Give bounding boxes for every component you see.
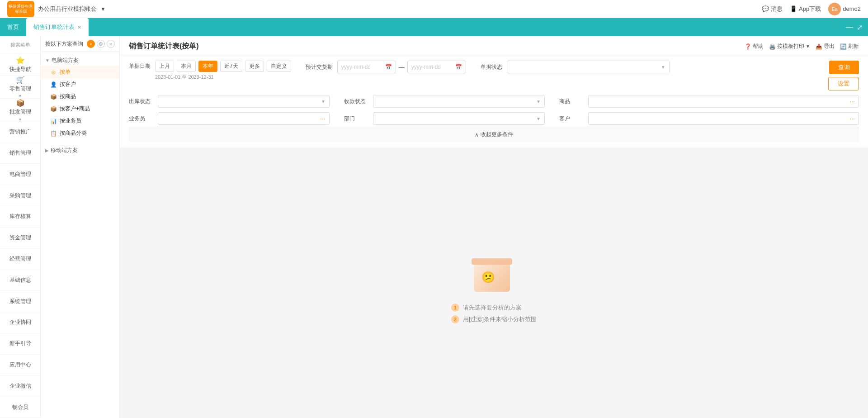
date-label: 单据日期 — [129, 62, 152, 70]
export-button[interactable]: 📤 导出 — [816, 43, 835, 50]
by-goods-icon: 📦 — [50, 93, 57, 100]
help-button[interactable]: ❓ 帮助 — [745, 43, 764, 50]
search-menu-label[interactable]: 搜索菜单 — [4, 40, 37, 50]
sidebar-item-marketing[interactable]: 营销推广 — [0, 122, 40, 143]
message-icon: 💬 — [762, 5, 769, 12]
expected-end-input[interactable]: yyyy-mm-dd 📅 — [407, 61, 466, 73]
calendar-icon2: 📅 — [455, 64, 462, 70]
retail-icon: 🛒 — [16, 76, 25, 84]
by-customer-icon: 👤 — [50, 81, 57, 88]
collapse-panel-button[interactable]: « — [107, 40, 115, 48]
salesperson-dots: ··· — [320, 115, 326, 122]
sidebar-shortcut[interactable]: ⭐ 快捷导航 — [0, 54, 40, 76]
shipment-status-label: 出库状态 — [129, 98, 152, 105]
settings-scheme-button[interactable]: ⚙ — [97, 40, 105, 48]
date-btn-more[interactable]: 更多 — [245, 61, 264, 72]
scheme-by-staff[interactable]: 📊 按业务员 — [41, 115, 119, 127]
sidebar-item-sales-mgmt[interactable]: 销售管理 — [0, 143, 40, 164]
date-btn-prev-month[interactable]: 上月 — [155, 61, 174, 72]
salesperson-input[interactable]: ··· — [158, 112, 330, 125]
scheme-by-category[interactable]: 📋 按商品分类 — [41, 127, 119, 139]
department-select[interactable]: ▼ — [373, 112, 545, 125]
salesperson-label: 业务员 — [129, 115, 152, 123]
export-icon: 📤 — [816, 43, 822, 50]
collapse-icon: ∧ — [475, 132, 479, 138]
date-btn-custom[interactable]: 自定义 — [267, 61, 291, 72]
scheme-by-order[interactable]: ◎ 按单 — [41, 66, 119, 78]
by-order-icon: ◎ — [50, 69, 57, 76]
box-face: 😕 — [481, 271, 495, 284]
topbar-right: 💬 消息 📱 App下载 Ea demo2 — [762, 3, 861, 15]
sidebar-item-basic[interactable]: 基础信息 — [0, 270, 40, 291]
settings-button[interactable]: 设置 — [828, 77, 859, 90]
add-scheme-button[interactable]: + — [87, 40, 95, 48]
tab-home[interactable]: 首页 — [0, 18, 26, 36]
sidebar-item-ecom[interactable]: 电商管理 — [0, 164, 40, 185]
sidebar-item-finance[interactable]: 资金管理 — [0, 228, 40, 249]
refresh-button[interactable]: 🔄 刷新 — [840, 43, 859, 50]
scheme-by-goods[interactable]: 📦 按商品 — [41, 90, 119, 103]
filter-area: 单据日期 上月 本月 本年 近7天 更多 自定义 2023-01-01 至 20… — [120, 55, 868, 147]
empty-state: 😕 1 请先选择要分析的方案 2 用[过滤]条件来缩小分析范围 — [120, 147, 868, 418]
goods-input[interactable]: ··· — [588, 95, 859, 108]
date-btn-7days[interactable]: 近7天 — [220, 61, 242, 72]
message-button[interactable]: 💬 消息 — [762, 5, 783, 13]
topbar-dropdown[interactable]: ▼ — [100, 6, 106, 12]
calendar-icon: 📅 — [385, 64, 392, 70]
date-btn-this-year[interactable]: 本年 — [198, 61, 217, 72]
mobile-section-title[interactable]: ▶ 移动端方案 — [41, 145, 119, 156]
sidebar-item-operations[interactable]: 经营管理 — [0, 249, 40, 270]
left-panel: 按以下方案查询 + ⚙ « ▼ 电脑端方案 ◎ 按单 👤 按客户 — [41, 36, 120, 418]
collapse-bar[interactable]: ∧ 收起更多条件 — [129, 127, 859, 142]
goods-label: 商品 — [559, 98, 583, 105]
sidebar-item-member[interactable]: 畅会员 — [0, 397, 40, 418]
by-staff-icon: 📊 — [50, 118, 57, 125]
wholesale-icon: 📦 — [16, 99, 25, 107]
sidebar-item-enterprise[interactable]: 企业协同 — [0, 312, 40, 333]
receipt-status-select[interactable]: ▼ — [373, 95, 545, 108]
customer-dots: ··· — [849, 115, 855, 122]
print-icon: 🖨️ — [769, 43, 776, 50]
expected-delivery-label: 预计交货期 — [306, 63, 335, 71]
tab-minimize-button[interactable]: — — [846, 23, 853, 31]
print-button[interactable]: 🖨️ 按模板打印 ▼ — [769, 43, 810, 50]
pc-section-title[interactable]: ▼ 电脑端方案 — [41, 55, 119, 66]
user-menu[interactable]: Ea demo2 — [828, 3, 861, 15]
bill-status-select[interactable]: ▼ — [507, 61, 670, 73]
refresh-icon: 🔄 — [840, 43, 847, 50]
empty-illustration: 😕 — [467, 242, 521, 296]
sidebar-item-system[interactable]: 系统管理 — [0, 291, 40, 312]
goods-dots: ··· — [849, 98, 855, 105]
customer-input[interactable]: ··· — [588, 112, 859, 125]
sidebar-item-purchase[interactable]: 采购管理 — [0, 185, 40, 206]
shipment-status-select[interactable]: ▼ — [158, 95, 330, 108]
logo-text: 畅捷通好生意 标准版 — [9, 4, 33, 14]
help-icon: ❓ — [745, 43, 751, 50]
app-download-button[interactable]: 📱 App下载 — [790, 5, 821, 13]
content-area: 按以下方案查询 + ⚙ « ▼ 电脑端方案 ◎ 按单 👤 按客户 — [41, 36, 868, 418]
tab-close-icon[interactable]: ✕ — [77, 24, 81, 30]
tab-maximize-button[interactable]: ⤢ — [857, 23, 863, 32]
scheme-by-cust-goods[interactable]: 📦 按客户+商品 — [41, 103, 119, 115]
sidebar-item-wechat[interactable]: 企业微信 — [0, 375, 40, 397]
scheme-by-customer[interactable]: 👤 按客户 — [41, 78, 119, 90]
tab-controls: — ⤢ — [846, 23, 868, 32]
date-btn-this-month[interactable]: 本月 — [177, 61, 196, 72]
sidebar-item-wholesale[interactable]: 📦 批发管理 ▲ — [0, 99, 40, 122]
customer-label: 客户 — [559, 115, 583, 123]
sidebar-item-appcenter[interactable]: 应用中心 — [0, 355, 40, 376]
expected-start-input[interactable]: yyyy-mm-dd 📅 — [337, 61, 396, 73]
filter-actions: 查询 设置 — [828, 61, 859, 90]
bill-status-arrow: ▼ — [661, 65, 665, 70]
page-actions: ❓ 帮助 🖨️ 按模板打印 ▼ 📤 导出 🔄 刷新 — [745, 43, 859, 50]
sidebar: 搜索菜单 ⭐ 快捷导航 🛒 零售管理 ▼ 📦 批发管理 ▲ 营销推广 销售管理 … — [0, 36, 41, 418]
sidebar-item-newbie[interactable]: 新手引导 — [0, 333, 40, 355]
sidebar-item-inventory[interactable]: 库存核算 — [0, 206, 40, 228]
sidebar-search: 搜索菜单 — [0, 36, 40, 54]
wholesale-arrow: ▲ — [18, 117, 22, 121]
query-button[interactable]: 查询 — [829, 61, 859, 74]
by-category-icon: 📋 — [50, 130, 57, 137]
sidebar-item-retail[interactable]: 🛒 零售管理 ▼ — [0, 76, 40, 99]
by-cust-goods-icon: 📦 — [50, 105, 57, 113]
tab-sales-order-stats[interactable]: 销售订单统计表 ✕ — [26, 18, 89, 36]
